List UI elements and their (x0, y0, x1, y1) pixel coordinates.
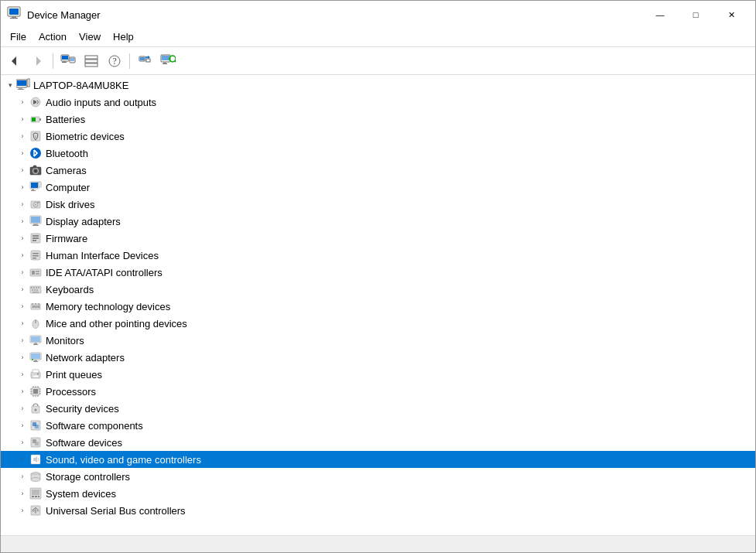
tree-item-keyboards[interactable]: › Keyboards (1, 281, 755, 298)
root-item[interactable]: ▾ LAPTOP-8A4MU8KE (1, 77, 755, 94)
firmware-icon (29, 231, 43, 245)
tree-item-print[interactable]: › Print queues (1, 366, 755, 383)
tree-item-firmware[interactable]: › Firmware (1, 230, 755, 247)
tree-item-ide[interactable]: › IDE ATA/ATAPI controllers (1, 264, 755, 281)
sound-label: Sound, video and game controllers (46, 454, 201, 466)
tree-item-biometric[interactable]: › Biometric devices (1, 128, 755, 145)
content-area: ▾ LAPTOP-8A4MU8KE › (1, 75, 755, 535)
forward-button[interactable] (27, 51, 49, 71)
expand-firmware[interactable]: › (16, 232, 29, 244)
svg-rect-97 (33, 344, 38, 345)
tree-item-computer[interactable]: › Computer (1, 179, 755, 196)
expand-audio[interactable]: › (16, 96, 29, 108)
tree-item-memory[interactable]: › Memory technology devices (1, 298, 755, 315)
expand-mice[interactable]: › (16, 317, 29, 329)
svg-rect-59 (31, 217, 40, 223)
minimize-button[interactable]: — (642, 4, 678, 26)
usb-icon (29, 504, 43, 517)
software-dev-icon (29, 435, 43, 449)
expand-display[interactable]: › (16, 215, 29, 227)
tree-item-processors[interactable]: › (1, 383, 755, 400)
show-hidden-button[interactable] (57, 51, 79, 71)
tree-item-audio[interactable]: › Audio inputs and outputs (1, 94, 755, 111)
svg-rect-51 (31, 190, 36, 191)
expand-storage[interactable]: › (16, 470, 29, 483)
tree-item-sound[interactable]: › Sound, video and game controllers (1, 451, 755, 468)
monitors-label: Monitors (46, 335, 84, 346)
expand-print[interactable]: › (16, 368, 29, 381)
expand-hid[interactable]: › (16, 249, 29, 261)
maximize-button[interactable]: □ (678, 4, 713, 26)
svg-rect-76 (33, 287, 35, 288)
help-button[interactable]: ? (104, 51, 125, 71)
expand-biometric[interactable]: › (16, 130, 29, 142)
tree-item-software-comp[interactable]: › Software components (1, 417, 755, 434)
audio-icon (29, 95, 43, 109)
network-label: Network adapters (46, 352, 125, 364)
scan-button[interactable] (157, 51, 179, 71)
computer-icon (29, 180, 43, 194)
svg-marker-4 (12, 56, 16, 66)
expand-software-comp[interactable]: › (16, 419, 29, 432)
expand-memory[interactable]: › (16, 300, 29, 312)
expand-cameras[interactable]: › (16, 164, 29, 176)
expand-monitors[interactable]: › (16, 334, 29, 346)
update-button[interactable] (134, 51, 156, 71)
menu-help[interactable]: Help (107, 29, 140, 44)
expand-network[interactable]: › (16, 351, 29, 364)
tree-item-usb[interactable]: › Universal Serial Bus controllers (1, 502, 755, 519)
tree-item-software-dev[interactable]: › Software devices (1, 434, 755, 451)
tree-item-disk[interactable]: › Disk drives (1, 196, 755, 213)
tree-item-mice[interactable]: › Mice and other pointing devices (1, 315, 755, 332)
svg-rect-61 (32, 225, 39, 226)
close-button[interactable]: ✕ (713, 4, 749, 26)
batteries-label: Batteries (46, 114, 85, 125)
tree-panel[interactable]: ▾ LAPTOP-8A4MU8KE › (1, 75, 755, 535)
back-button[interactable] (4, 51, 26, 71)
svg-point-106 (37, 374, 39, 375)
svg-text:?: ? (113, 56, 117, 67)
svg-rect-2 (12, 16, 16, 18)
tree-item-storage[interactable]: › Storage controllers (1, 468, 755, 485)
tree-item-bluetooth[interactable]: › Bluetooth (1, 145, 755, 162)
menu-action[interactable]: Action (32, 29, 73, 44)
menu-view[interactable]: View (73, 29, 107, 44)
batteries-icon (29, 112, 43, 126)
svg-rect-19 (146, 59, 150, 62)
expand-sound[interactable]: › (16, 453, 29, 466)
expand-batteries[interactable]: › (16, 113, 29, 125)
expand-software-dev[interactable]: › (16, 436, 29, 449)
expand-security[interactable]: › (16, 402, 29, 415)
svg-rect-57 (37, 202, 39, 203)
expand-system[interactable]: › (16, 487, 29, 500)
mice-icon (29, 316, 43, 330)
tree-item-batteries[interactable]: › Batteries (1, 111, 755, 128)
expand-processors[interactable]: › (16, 385, 29, 398)
hid-label: Human Interface Devices (46, 250, 159, 261)
root-expand-btn[interactable]: ▾ (4, 79, 16, 91)
svg-rect-29 (17, 80, 26, 86)
view-button[interactable] (80, 51, 102, 71)
expand-bluetooth[interactable]: › (16, 147, 29, 159)
tree-item-display[interactable]: › Display adapters (1, 213, 755, 230)
svg-rect-85 (35, 306, 36, 308)
svg-rect-101 (33, 361, 38, 362)
expand-keyboards[interactable]: › (16, 283, 29, 295)
expand-ide[interactable]: › (16, 266, 29, 278)
expand-disk[interactable]: › (16, 198, 29, 210)
expand-usb[interactable]: › (16, 504, 29, 517)
svg-rect-88 (32, 303, 33, 305)
tree-item-system[interactable]: › System devices (1, 485, 755, 502)
tree-item-network[interactable]: › Network adapters (1, 349, 755, 366)
cameras-label: Cameras (46, 165, 87, 176)
svg-rect-9 (62, 62, 67, 63)
tree-item-security[interactable]: › Security devices (1, 400, 755, 417)
tree-item-cameras[interactable]: › Cameras (1, 162, 755, 179)
expand-computer[interactable]: › (16, 181, 29, 193)
menu-file[interactable]: File (4, 29, 32, 44)
mice-label: Mice and other pointing devices (46, 318, 187, 329)
svg-rect-65 (32, 240, 36, 241)
tree-item-monitors[interactable]: › Monitors (1, 332, 755, 349)
tree-item-hid[interactable]: › Human Interface Devices (1, 247, 755, 264)
svg-rect-73 (36, 273, 39, 275)
